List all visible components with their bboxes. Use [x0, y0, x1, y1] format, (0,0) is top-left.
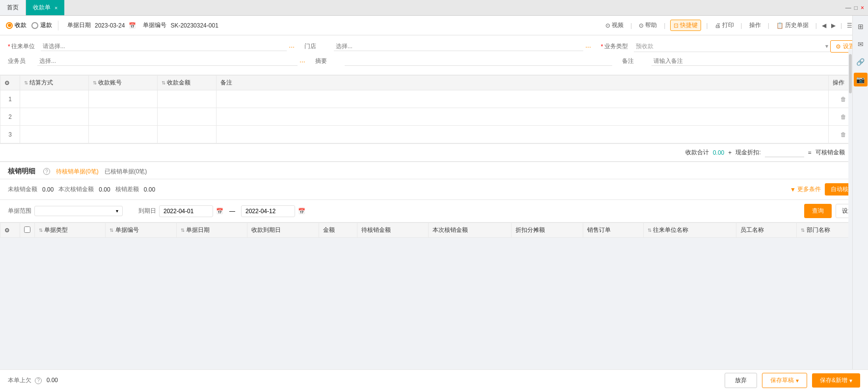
row-3-account-input[interactable]: [89, 126, 157, 143]
row-1-amount[interactable]: [158, 90, 217, 108]
row-2-amount[interactable]: [158, 108, 217, 126]
save-draft-btn[interactable]: 保存草稿 ▾: [762, 373, 807, 388]
row-1-account-input[interactable]: [89, 90, 157, 108]
row-2-account[interactable]: [89, 108, 158, 126]
save-new-btn[interactable]: 保存&新增 ▾: [812, 373, 860, 388]
discard-btn[interactable]: 放弃: [725, 373, 757, 388]
row-3-delete-icon[interactable]: 🗑: [841, 131, 846, 138]
store-more-btn[interactable]: ···: [585, 43, 591, 51]
query-btn[interactable]: 查询: [804, 204, 832, 218]
gear-col-header[interactable]: ⚙: [0, 76, 20, 90]
due-date-end-input[interactable]: [241, 205, 295, 217]
divider-print: |: [741, 22, 742, 29]
tab-close-icon[interactable]: ×: [54, 5, 57, 11]
history-btn[interactable]: 📋 历史单据: [774, 20, 811, 30]
col-doc-date: ⇅ 单据日期: [176, 223, 247, 238]
divider-video: |: [630, 22, 632, 29]
row-3-remark-input[interactable]: [217, 126, 828, 143]
row-1-account[interactable]: [89, 90, 158, 108]
row-1-remark[interactable]: [217, 90, 829, 108]
scrollbar-thumb[interactable]: [849, 54, 852, 93]
calendar-start-icon[interactable]: 📅: [216, 208, 223, 215]
salesperson-more-btn[interactable]: ···: [299, 57, 305, 65]
counterpart-label: 往来单位: [11, 42, 41, 51]
store-field: 门店 ···: [304, 42, 591, 51]
more-filter-btn[interactable]: ▼ 更多条件: [790, 185, 821, 194]
this-order-info-icon[interactable]: ?: [35, 377, 42, 384]
range-select[interactable]: ▾: [34, 206, 123, 216]
bottom-gear-col[interactable]: ⚙: [0, 223, 20, 238]
next-icon[interactable]: ▶: [831, 22, 836, 29]
bottom-table-area: ⚙ ⇅ 单据类型 ⇅ 单据编号 ⇅ 单据日期 收款到期日: [0, 223, 868, 238]
sidebar-mail-icon[interactable]: ✉: [854, 37, 868, 51]
date-value: 2023-03-24: [95, 22, 125, 29]
calendar-end-icon[interactable]: 📅: [298, 208, 305, 215]
operation-btn[interactable]: 操作: [747, 20, 763, 30]
row-3-account[interactable]: [89, 126, 158, 143]
counterpart-input[interactable]: [41, 42, 287, 51]
receipt-table: ⚙ ⇅ 结算方式 ⇅ 收款账号 ⇅ 收款金额 备注 操作: [0, 75, 868, 143]
plus-sign: +: [728, 149, 732, 156]
sidebar-table-icon[interactable]: ⊞: [854, 20, 868, 33]
row-3-remark[interactable]: [217, 126, 829, 143]
row-3-amount-input[interactable]: [158, 126, 216, 143]
row-3-amount[interactable]: [158, 126, 217, 143]
business-type-select[interactable]: 预收款 ▾: [634, 41, 830, 52]
row-2-remark-input[interactable]: [217, 108, 828, 125]
row-3-settlement[interactable]: [20, 126, 89, 143]
row-1-delete-icon[interactable]: 🗑: [841, 96, 846, 103]
sidebar-link-icon[interactable]: 🔗: [854, 55, 868, 69]
close-window-icon[interactable]: ×: [861, 4, 864, 11]
summary-input[interactable]: [345, 56, 613, 66]
col-employee: 员工名称: [736, 223, 797, 238]
row-2-account-input[interactable]: [89, 108, 157, 125]
calendar-icon[interactable]: 📅: [129, 22, 136, 29]
row-2-amount-input[interactable]: [158, 108, 216, 125]
counterpart-more-btn[interactable]: ···: [289, 43, 295, 51]
done-tab[interactable]: 已核销单据(0笔): [105, 168, 147, 176]
shortcut-label: 快捷键: [680, 21, 698, 29]
refund-radio[interactable]: 退款: [31, 21, 52, 29]
discount-input[interactable]: [765, 148, 804, 157]
verification-info-icon[interactable]: ?: [43, 168, 50, 175]
bottom-checkbox-col[interactable]: [20, 223, 35, 238]
save-new-chevron: ▾: [849, 377, 852, 384]
list-icon[interactable]: ☰: [847, 22, 852, 29]
form-area: * 往来单位 ··· 门店 ··· * 业务类型 预收款 ▾ ⚙ 设置 业务员: [0, 35, 868, 75]
print-btn[interactable]: 🖨 打印: [713, 20, 736, 30]
business-type-field: * 业务类型 预收款 ▾: [601, 41, 830, 52]
maximize-icon[interactable]: □: [854, 4, 858, 11]
bottom-table: ⚙ ⇅ 单据类型 ⇅ 单据编号 ⇅ 单据日期 收款到期日: [0, 223, 868, 238]
row-3-settlement-input[interactable]: [20, 126, 88, 143]
available-label: 可核销金额: [815, 148, 845, 157]
receipt-radio[interactable]: 收款: [6, 21, 27, 29]
range-field-group: 单据范围 ▾: [8, 206, 123, 216]
video-btn[interactable]: ⊙ 视频: [603, 20, 625, 30]
row-1-remark-input[interactable]: [217, 90, 828, 108]
tab-home[interactable]: 首页: [0, 0, 26, 15]
pending-tab[interactable]: 待核销单据(0笔): [56, 168, 99, 176]
footer: 本单上欠 ? 0.00 放弃 保存草稿 ▾ 保存&新增 ▾: [0, 369, 868, 391]
scrollbar[interactable]: [848, 49, 852, 369]
prev-icon[interactable]: ◀: [822, 22, 826, 29]
shortcut-btn[interactable]: ⊡ 快捷键: [670, 20, 701, 31]
remark-input[interactable]: [651, 56, 860, 66]
row-2-remark[interactable]: [217, 108, 829, 126]
row-1-settlement-input[interactable]: [20, 90, 88, 108]
tab-home-label: 首页: [7, 3, 19, 12]
due-date-start-input[interactable]: [159, 205, 213, 217]
row-1-settlement[interactable]: [20, 90, 89, 108]
row-2-settlement[interactable]: [20, 108, 89, 126]
minimize-icon[interactable]: —: [845, 4, 851, 11]
store-input[interactable]: [334, 42, 583, 51]
gear-icon: ⚙: [836, 43, 841, 50]
row-1-amount-input[interactable]: [158, 90, 216, 108]
row-2-delete-icon[interactable]: 🗑: [841, 113, 846, 120]
settlement-col-label: 结算方式: [29, 79, 53, 86]
select-all-checkbox[interactable]: [24, 226, 30, 233]
salesperson-input[interactable]: [37, 56, 298, 66]
tab-receipt[interactable]: 收款单 ×: [26, 0, 64, 15]
row-2-settlement-input[interactable]: [20, 108, 88, 125]
sidebar-camera-icon[interactable]: 📷: [854, 73, 868, 86]
help-btn[interactable]: ⊙ 帮助: [637, 20, 659, 30]
